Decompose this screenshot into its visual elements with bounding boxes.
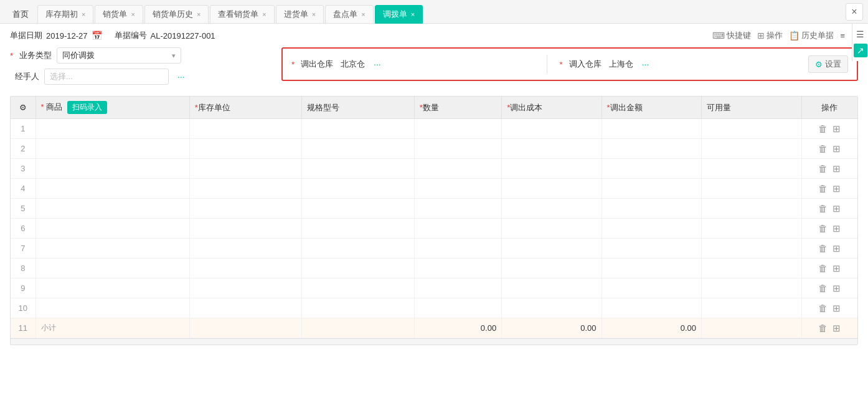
table-row: 3 🗑 ⊞: [11, 159, 857, 179]
sidebar-export-icon[interactable]: ↗: [854, 44, 867, 57]
delete-icon[interactable]: 🗑: [818, 323, 828, 333]
unit-cell: [189, 278, 301, 298]
tab-stock-init[interactable]: 库存期初 ×: [37, 5, 93, 24]
transfer-in-more-icon[interactable]: ···: [642, 59, 649, 69]
copy-icon[interactable]: ⊞: [833, 323, 841, 334]
delete-icon[interactable]: 🗑: [818, 303, 828, 313]
shortcuts-button[interactable]: ⌨ 快捷键: [712, 30, 751, 41]
product-cell: [35, 298, 189, 318]
data-table: ⚙ * 商品 扫码录入 *库存单位 规格型号 *数量 *调出成本 *调出金额 可…: [10, 96, 858, 345]
biz-type-label: 业务类型: [19, 50, 52, 61]
header-row: 单据日期 2019-12-27 📅 单据编号 AL-20191227-001 ⌨…: [10, 30, 858, 41]
amount-cell: [601, 139, 701, 159]
qty-cell: [414, 199, 501, 219]
copy-icon[interactable]: ⊞: [833, 243, 841, 254]
cost-cell: [502, 278, 601, 298]
doc-no-label: 单据编号: [115, 30, 147, 41]
copy-icon[interactable]: ⊞: [833, 163, 841, 174]
tab-view-sales[interactable]: 查看销货单 ×: [210, 5, 274, 24]
copy-icon[interactable]: ⊞: [833, 283, 841, 294]
table-row: 8 🗑 ⊞: [11, 259, 857, 278]
table-row: 9 🗑 ⊞: [11, 278, 857, 298]
tab-sales-history[interactable]: 销货单历史 ×: [144, 5, 209, 24]
transfer-out-required: *: [291, 60, 295, 69]
history-label: 历史单据: [801, 30, 834, 41]
copy-icon[interactable]: ⊞: [833, 203, 841, 214]
spec-cell: [302, 259, 414, 278]
avail-cell: [702, 179, 801, 199]
delete-icon[interactable]: 🗑: [818, 143, 828, 154]
col-amount: *调出金额: [601, 97, 701, 119]
col-unit: *库存单位: [189, 97, 301, 119]
doc-no-field: 单据编号 AL-20191227-001: [115, 30, 215, 41]
transfer-in-field: * 调入仓库 上海仓 ···: [560, 59, 803, 70]
tab-stock-init-close[interactable]: ×: [82, 11, 85, 18]
amount-cell: [601, 179, 701, 199]
delete-icon[interactable]: 🗑: [818, 183, 828, 194]
avail-cell: [702, 259, 801, 278]
cost-cell: [502, 139, 601, 159]
copy-icon[interactable]: ⊞: [833, 303, 841, 314]
col-actions: 操作: [801, 97, 857, 119]
subtotal-spec: [302, 318, 414, 338]
amount-cell: [601, 199, 701, 219]
delete-icon[interactable]: 🗑: [818, 283, 828, 293]
transfer-out-more-icon[interactable]: ···: [374, 59, 381, 69]
delete-icon[interactable]: 🗑: [818, 163, 828, 174]
delete-icon[interactable]: 🗑: [818, 263, 828, 274]
tab-transfer[interactable]: 调拨单 ×: [375, 5, 423, 24]
table-row: 11 小计 0.00 0.00 0.00 🗑 ⊞: [11, 318, 857, 338]
tab-transfer-close[interactable]: ×: [411, 11, 415, 18]
form-left: * 业务类型 同价调拨 ▾ 经手人 选择... ···: [10, 47, 271, 90]
delete-icon[interactable]: 🗑: [818, 123, 828, 134]
tab-purchase-order[interactable]: 进货单 ×: [276, 5, 324, 24]
settings-button[interactable]: ⚙ 设置: [808, 55, 848, 73]
tab-view-sales-close[interactable]: ×: [262, 11, 266, 18]
delete-icon[interactable]: 🗑: [818, 223, 828, 234]
history-button[interactable]: 📋 历史单据: [789, 30, 834, 41]
qty-cell: [414, 179, 501, 199]
unit-cell: [189, 139, 301, 159]
biz-type-value: 同价调拨: [62, 50, 95, 61]
operations-button[interactable]: ⊞ 操作: [757, 30, 783, 41]
unit-cell: [189, 159, 301, 179]
table-header-row: ⚙ * 商品 扫码录入 *库存单位 规格型号 *数量 *调出成本 *调出金额 可…: [11, 97, 857, 119]
copy-icon[interactable]: ⊞: [833, 183, 841, 194]
tab-purchase-order-close[interactable]: ×: [312, 11, 316, 18]
tab-inventory[interactable]: 盘点单 ×: [325, 5, 373, 24]
biz-type-select[interactable]: 同价调拨 ▾: [57, 47, 181, 64]
unit-cell: [189, 179, 301, 199]
copy-icon[interactable]: ⊞: [833, 123, 841, 135]
row-actions: 🗑 ⊞: [801, 159, 857, 179]
tab-sales-order[interactable]: 销货单 ×: [95, 5, 143, 24]
table-scrollbar[interactable]: [11, 338, 857, 345]
warehouse-box: * 调出仓库 北京仓 ··· * 调入仓库 上海仓 ··· ⚙ 设置: [281, 47, 858, 81]
tab-sales-order-close[interactable]: ×: [131, 11, 134, 18]
copy-icon[interactable]: ⊞: [833, 223, 841, 234]
copy-icon[interactable]: ⊞: [833, 143, 841, 155]
delete-icon[interactable]: 🗑: [818, 203, 828, 214]
tab-inventory-label: 盘点单: [333, 9, 357, 20]
scan-button[interactable]: 扫码录入: [67, 101, 107, 114]
layout1-button[interactable]: ≡: [840, 31, 845, 40]
handler-select[interactable]: 选择...: [44, 69, 169, 85]
window-close-button[interactable]: ×: [846, 3, 863, 21]
row-num: 11: [11, 318, 35, 338]
amount-cell: [601, 259, 701, 278]
sidebar-list-icon[interactable]: ☰: [854, 27, 867, 41]
calendar-icon[interactable]: 📅: [92, 31, 102, 40]
tab-sales-history-close[interactable]: ×: [197, 11, 200, 18]
row-actions: 🗑 ⊞: [801, 278, 857, 298]
tab-home[interactable]: 首页: [5, 5, 36, 24]
table-row: 2 🗑 ⊞: [11, 139, 857, 159]
amount-cell: [601, 159, 701, 179]
delete-icon[interactable]: 🗑: [818, 243, 828, 254]
col-gear[interactable]: ⚙: [11, 97, 35, 119]
tab-inventory-close[interactable]: ×: [361, 11, 365, 18]
unit-cell: [189, 259, 301, 278]
qty-cell: [414, 278, 501, 298]
table-row: 5 🗑 ⊞: [11, 199, 857, 219]
copy-icon[interactable]: ⊞: [833, 263, 841, 274]
row-actions: 🗑 ⊞: [801, 298, 857, 318]
handler-more-icon[interactable]: ···: [177, 72, 185, 82]
